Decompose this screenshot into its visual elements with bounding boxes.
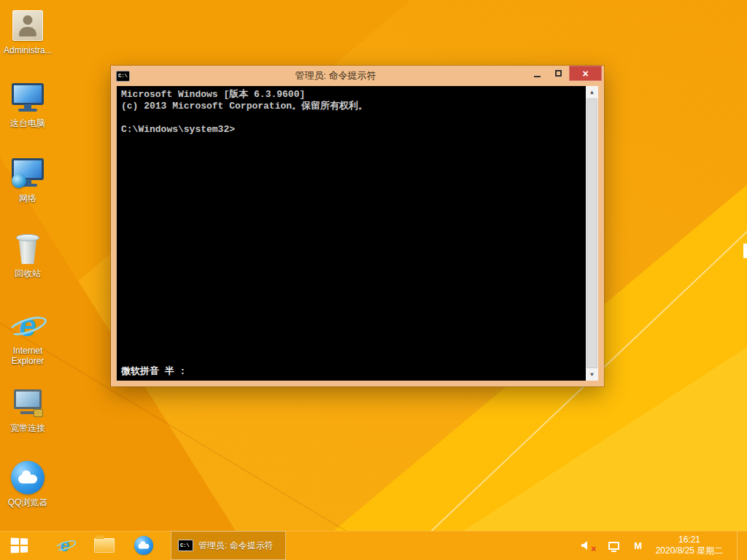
cmd-icon: C:\ <box>178 540 193 551</box>
scroll-down-icon[interactable]: ▼ <box>586 368 598 381</box>
taskbar-ie-button[interactable]: e <box>48 531 82 560</box>
show-desktop-button[interactable] <box>737 531 743 560</box>
desktop-icon-network[interactable]: 网络 <box>3 157 53 203</box>
language-indicator[interactable]: M <box>634 540 642 551</box>
desktop-icon-label: 这台电脑 <box>10 118 45 128</box>
console-line: (c) 2013 Microsoft Corporation。保留所有权利。 <box>121 101 581 112</box>
wallpaper-accent <box>743 244 747 258</box>
desktop: Administra... 这台电脑 网络 回收站 e Internet Exp… <box>0 0 747 560</box>
internet-explorer-icon: e <box>55 536 74 554</box>
broadband-connection-icon <box>11 386 44 420</box>
cmd-window: C:\ 管理员: 命令提示符 × Microsoft Windows [版本 6… <box>111 66 604 386</box>
console-area[interactable]: Microsoft Windows [版本 6.3.9600] (c) 2013… <box>117 86 598 381</box>
desktop-icon-internet-explorer[interactable]: e Internet Explorer <box>3 309 53 366</box>
mute-x-glyph: × <box>591 545 596 553</box>
start-button[interactable] <box>0 531 39 560</box>
desktop-icon-broadband[interactable]: 宽带连接 <box>3 386 53 433</box>
console-line: Microsoft Windows [版本 6.3.9600] <box>121 89 581 101</box>
taskbar-qq-browser-button[interactable] <box>127 531 160 560</box>
volume-muted-icon[interactable]: × <box>578 539 593 552</box>
desktop-icon-this-pc[interactable]: 这台电脑 <box>3 82 53 128</box>
windows-logo-icon <box>11 537 28 553</box>
desktop-icon-label: 宽带连接 <box>10 423 45 433</box>
taskbar-cmd-task-button[interactable]: C:\ 管理员: 命令提示符 <box>171 531 286 560</box>
task-button-label: 管理员: 命令提示符 <box>198 540 274 552</box>
taskbar-file-explorer-button[interactable] <box>88 531 121 560</box>
maximize-button[interactable] <box>548 66 569 81</box>
cmd-window-icon: C:\ <box>116 71 130 82</box>
desktop-icon-label: 网络 <box>19 193 36 203</box>
desktop-icon-label: Administra... <box>4 45 52 55</box>
close-icon: × <box>582 68 588 79</box>
desktop-icon-label: 回收站 <box>15 268 41 279</box>
computer-icon <box>11 82 44 115</box>
desktop-icon-qq-browser[interactable]: QQ浏览器 <box>3 461 53 508</box>
folder-icon <box>94 538 115 553</box>
user-account-icon <box>12 9 43 42</box>
clock-date: 2020/8/25 星期二 <box>655 545 724 556</box>
console-line <box>121 112 581 124</box>
taskbar-clock[interactable]: 16:21 2020/8/25 星期二 <box>655 534 724 556</box>
internet-explorer-icon: e <box>9 309 46 343</box>
system-tray: × M 16:21 2020/8/25 星期二 <box>578 531 743 560</box>
desktop-icon-recycle-bin[interactable]: 回收站 <box>3 232 53 279</box>
scrollbar-thumb[interactable] <box>587 98 597 368</box>
vertical-scrollbar[interactable]: ▲ ▼ <box>586 86 598 381</box>
console-output: Microsoft Windows [版本 6.3.9600] (c) 2013… <box>121 89 581 136</box>
cmd-window-title: 管理员: 命令提示符 <box>155 66 516 86</box>
network-tray-icon[interactable] <box>606 539 621 552</box>
taskbar: e C:\ 管理员: 命令提示符 × M 16:21 202 <box>0 531 747 560</box>
qq-browser-icon <box>134 536 153 555</box>
network-icon <box>11 157 44 190</box>
close-button[interactable]: × <box>569 66 602 81</box>
clock-time: 16:21 <box>655 534 724 545</box>
console-prompt: C:\Windows\system32> <box>121 124 581 136</box>
scroll-up-icon[interactable]: ▲ <box>586 86 598 98</box>
recycle-bin-icon <box>15 232 40 265</box>
desktop-icon-label: Internet Explorer <box>4 346 52 366</box>
ime-status: 微软拼音 半 : <box>121 366 185 378</box>
desktop-icon-administrator[interactable]: Administra... <box>3 9 53 55</box>
minimize-button[interactable] <box>527 66 548 81</box>
desktop-icon-label: QQ浏览器 <box>8 497 48 508</box>
qq-browser-icon <box>11 461 44 494</box>
cmd-title-bar[interactable]: C:\ 管理员: 命令提示符 × <box>111 66 604 86</box>
